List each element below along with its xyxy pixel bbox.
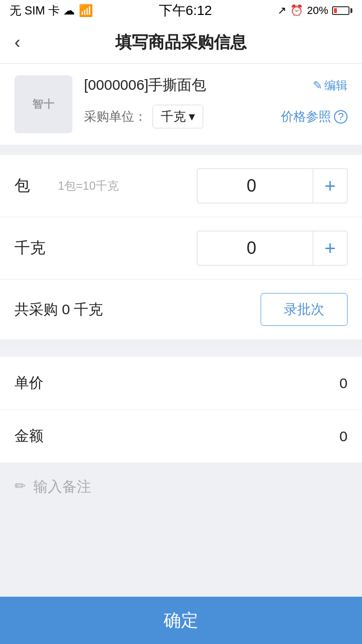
price-ref-icon: ? bbox=[334, 110, 348, 124]
price-ref-label: 价格参照 bbox=[281, 108, 331, 125]
bag-label: 包 bbox=[14, 175, 53, 196]
kg-label: 千克 bbox=[14, 238, 53, 259]
confirm-label: 确定 bbox=[164, 609, 198, 632]
dropdown-arrow: ▾ bbox=[189, 109, 195, 124]
page-title: 填写商品采购信息 bbox=[115, 31, 247, 54]
status-bar: 无 SIM 卡 ☁ 📶 下午6:12 ↗ ⏰ 20% bbox=[0, 0, 362, 21]
bag-sublabel: 1包=10千克 bbox=[58, 178, 197, 194]
bag-qty-row: 包 1包=10千克 + bbox=[0, 155, 362, 217]
unit-price-row: 单价 0 bbox=[0, 357, 362, 410]
product-unit-row: 采购单位： 千克 ▾ 价格参照 ? bbox=[84, 105, 348, 128]
note-area[interactable]: ✏ 输入备注 bbox=[0, 462, 362, 607]
note-icon: ✏ bbox=[14, 478, 26, 494]
bag-quantity-input[interactable] bbox=[197, 168, 313, 203]
back-button[interactable]: ‹ bbox=[14, 32, 20, 53]
record-batch-button[interactable]: 录批次 bbox=[261, 293, 348, 326]
amount-row: 金额 0 bbox=[0, 410, 362, 462]
summary-text: 共采购 0 千克 bbox=[14, 300, 103, 320]
status-left: 无 SIM 卡 ☁ 📶 bbox=[10, 3, 93, 18]
quantity-section: 包 1包=10千克 + 千克 + bbox=[0, 155, 362, 280]
product-header: [0000006]手撕面包 ✎ 编辑 bbox=[84, 75, 348, 95]
kg-plus-button[interactable]: + bbox=[313, 231, 348, 266]
confirm-button[interactable]: 确定 bbox=[0, 597, 362, 644]
note-placeholder: 输入备注 bbox=[33, 477, 91, 497]
unit-price-label: 单价 bbox=[14, 373, 43, 393]
summary-value: 0 bbox=[62, 301, 70, 317]
price-ref-button[interactable]: 价格参照 ? bbox=[281, 108, 348, 125]
product-name: [0000006]手撕面包 bbox=[84, 75, 206, 95]
no-sim-text: 无 SIM 卡 ☁ bbox=[10, 3, 75, 18]
battery-icon bbox=[332, 6, 352, 15]
amount-value: 0 bbox=[339, 428, 348, 445]
product-info: [0000006]手撕面包 ✎ 编辑 采购单位： 千克 ▾ 价格参照 ? bbox=[84, 75, 348, 128]
section-divider-2 bbox=[0, 339, 362, 349]
unit-dropdown[interactable]: 千克 ▾ bbox=[153, 105, 203, 128]
unit-label: 采购单位： bbox=[84, 108, 147, 125]
unit-price-value: 0 bbox=[339, 375, 348, 392]
summary-prefix: 共采购 bbox=[14, 301, 58, 317]
status-right: ↗ ⏰ 20% bbox=[278, 4, 352, 17]
product-image-text: 智十 bbox=[32, 97, 55, 112]
edit-label: 编辑 bbox=[324, 78, 348, 93]
alarm-icon: ⏰ bbox=[290, 4, 303, 17]
summary-suffix: 千克 bbox=[74, 301, 103, 317]
unit-value: 千克 bbox=[161, 108, 186, 125]
bag-plus-button[interactable]: + bbox=[313, 168, 348, 203]
edit-button[interactable]: ✎ 编辑 bbox=[313, 78, 348, 93]
price-info-section: 单价 0 金额 0 bbox=[0, 357, 362, 462]
product-image: 智十 bbox=[14, 75, 72, 133]
edit-icon: ✎ bbox=[313, 79, 322, 92]
section-divider-1 bbox=[0, 145, 362, 155]
wifi-icon: 📶 bbox=[79, 4, 93, 17]
bag-input-wrapper: + bbox=[197, 168, 348, 203]
status-time: 下午6:12 bbox=[159, 1, 212, 20]
battery-pct: 20% bbox=[307, 4, 328, 17]
kg-qty-row: 千克 + bbox=[0, 217, 362, 280]
amount-label: 金额 bbox=[14, 426, 43, 446]
location-icon: ↗ bbox=[278, 4, 286, 17]
kg-quantity-input[interactable] bbox=[197, 231, 313, 266]
nav-bar: ‹ 填写商品采购信息 bbox=[0, 21, 362, 64]
kg-input-wrapper: + bbox=[197, 231, 348, 266]
product-card: 智十 [0000006]手撕面包 ✎ 编辑 采购单位： 千克 ▾ 价格参照 ? bbox=[0, 64, 362, 145]
summary-row: 共采购 0 千克 录批次 bbox=[0, 280, 362, 339]
unit-selector: 采购单位： 千克 ▾ bbox=[84, 105, 203, 128]
